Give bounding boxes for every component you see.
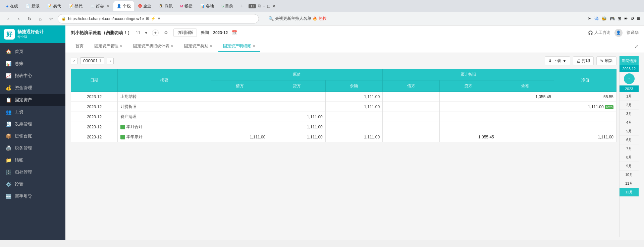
help-button[interactable]: 🎧 人工咨询 bbox=[588, 30, 610, 36]
tab-depreciation-stat-close[interactable]: ✕ bbox=[171, 44, 173, 48]
prev-record-button[interactable]: ‹ bbox=[71, 58, 77, 64]
browser-tab-yidai1[interactable]: 📝 易代 bbox=[44, 1, 64, 11]
sidebar-item-fixed-assets[interactable]: 📋 固定资产 bbox=[0, 94, 65, 106]
sidebar-item-tax[interactable]: 🖨️ 税务管理 bbox=[0, 142, 65, 154]
dropdown-icon[interactable]: ▼ bbox=[144, 31, 148, 35]
browser-tab-haohui[interactable]: ☁️ 好会 ✕ bbox=[87, 1, 113, 11]
brightness-icon[interactable]: ☀ bbox=[624, 16, 628, 21]
guide-icon: 🆕 bbox=[5, 193, 11, 199]
sidebar-item-reports[interactable]: 📈 报表中心 bbox=[0, 70, 65, 82]
back-button[interactable]: ‹ bbox=[4, 15, 12, 23]
browser-tab-haohui-close[interactable]: ✕ bbox=[107, 4, 109, 8]
minimize-icon[interactable]: − bbox=[263, 4, 266, 9]
browser-tab-changjie[interactable]: M 畅捷 bbox=[177, 1, 196, 11]
browser-tab-muqian[interactable]: S 目前 bbox=[218, 1, 236, 11]
maximize-panel-icon[interactable]: ⤢ bbox=[635, 44, 639, 49]
url-input[interactable]: 🔒 https://cloud.chanjet.com/accounting/u… bbox=[58, 14, 259, 23]
tab-asset-detail-ledger[interactable]: 固定资产明细账 ✕ bbox=[218, 41, 260, 52]
close-window-icon[interactable]: ✕ bbox=[272, 4, 276, 9]
row2-net-value: 1,111.00 2023 bbox=[554, 102, 616, 112]
scroll-up-button[interactable]: ↑ bbox=[624, 73, 635, 84]
reports-icon: 📈 bbox=[5, 73, 11, 79]
download-dropdown-icon[interactable]: ▼ bbox=[562, 59, 567, 63]
new-tab-button[interactable]: + bbox=[237, 1, 247, 11]
settings-gear-button[interactable]: ⚙ bbox=[163, 29, 169, 36]
add-account-button[interactable]: + bbox=[152, 29, 159, 36]
tab-asset-category[interactable]: 固定资产类别 ✕ bbox=[179, 41, 217, 52]
sidebar-item-archive-label: 归档管理 bbox=[15, 169, 32, 175]
tab-home-label: 首页 bbox=[75, 43, 84, 49]
browser-tab-getax[interactable]: 👤 个税 bbox=[113, 1, 134, 11]
funds-icon: 💰 bbox=[5, 85, 11, 91]
sidebar-item-funds[interactable]: 💰 资金管理 bbox=[0, 82, 65, 94]
row4-summary: + 本月合计 bbox=[118, 122, 211, 132]
sidebar-item-settings-label: 设置 bbox=[15, 181, 23, 187]
tab-home[interactable]: 首页 bbox=[71, 41, 88, 52]
tab-fixed-assets-mgmt-close[interactable]: ✕ bbox=[120, 44, 122, 48]
menu-icon[interactable]: ≡ bbox=[637, 16, 640, 22]
extension1-icon[interactable]: 🐝 bbox=[601, 16, 607, 21]
period-month-7[interactable]: 7月 bbox=[620, 144, 639, 153]
sidebar-item-invoice-label: 发票管理 bbox=[15, 121, 32, 127]
home-button[interactable]: ⌂ bbox=[36, 15, 44, 23]
company-name: 刘小艳演示账套（勿删勿动！） bbox=[71, 30, 132, 36]
sidebar-item-payroll[interactable]: 👥 工资 bbox=[0, 106, 65, 118]
translate-icon[interactable]: 译 bbox=[594, 16, 599, 22]
sidebar-item-inventory[interactable]: 📦 进销台账 bbox=[0, 130, 65, 142]
tab-depreciation-stat[interactable]: 固定资产折旧统计表 ✕ bbox=[128, 41, 178, 52]
url-dropdown-icon[interactable]: ∨ bbox=[158, 16, 160, 21]
tab-asset-category-close[interactable]: ✕ bbox=[210, 44, 212, 48]
browser-tab-online[interactable]: ● 在线 bbox=[3, 1, 21, 11]
user-avatar[interactable]: 👤 bbox=[614, 29, 623, 37]
period-month-9[interactable]: 9月 bbox=[620, 162, 639, 171]
print-icon: 🖨 bbox=[577, 59, 581, 63]
grid-icon[interactable]: ⊞ bbox=[618, 16, 621, 21]
tab-asset-detail-ledger-close[interactable]: ✕ bbox=[253, 44, 255, 48]
browser-tab-yidai2[interactable]: 📝 易代 bbox=[65, 1, 86, 11]
next-record-button[interactable]: › bbox=[107, 58, 114, 64]
refresh-icon: ↻ bbox=[600, 59, 603, 63]
sidebar-item-settings[interactable]: ⚙️ 设置 bbox=[0, 178, 65, 190]
period-month-3[interactable]: 3月 bbox=[620, 110, 639, 118]
sidebar-item-archive[interactable]: 🗄️ 归档管理 bbox=[0, 166, 65, 178]
period-month-2[interactable]: 2月 bbox=[620, 101, 639, 110]
sidebar-item-guide[interactable]: 🆕 新手引导 bbox=[0, 190, 65, 202]
record-number: 000001 1 bbox=[80, 57, 104, 64]
lightning-icon[interactable]: ⚡ bbox=[151, 16, 156, 21]
reload-button[interactable]: ↻ bbox=[25, 15, 34, 23]
sidebar-item-home[interactable]: 🏠 首页 bbox=[0, 46, 65, 58]
sidebar-item-invoice[interactable]: 🧾 发票管理 bbox=[0, 118, 65, 130]
minimize-panel-icon[interactable]: — bbox=[627, 44, 632, 49]
period-month-8[interactable]: 8月 bbox=[620, 153, 639, 162]
period-month-11[interactable]: 11月 bbox=[620, 179, 639, 188]
cut-icon[interactable]: ✂ bbox=[588, 16, 592, 21]
gaming-icon[interactable]: 🎮 bbox=[609, 16, 615, 21]
site-info-icon[interactable]: ⊞ bbox=[146, 16, 149, 21]
maximize-icon[interactable]: □ bbox=[267, 4, 270, 9]
sidebar-item-closing[interactable]: 📁 结账 bbox=[0, 154, 65, 166]
switch-version-button[interactable]: 切到旧版 bbox=[173, 28, 197, 37]
bookmark-button[interactable]: ☆ bbox=[47, 15, 55, 23]
refresh-button[interactable]: ↻ 刷新 bbox=[596, 56, 616, 65]
sidebar-item-ledger[interactable]: 📊 总账 bbox=[0, 58, 65, 70]
browser-tab-gedi[interactable]: 📊 各地 bbox=[197, 1, 217, 11]
calendar-icon[interactable]: 📅 bbox=[232, 30, 237, 35]
browser-tab-qiye[interactable]: 🅒 企业 bbox=[135, 1, 155, 11]
print-button[interactable]: 🖨 打印 bbox=[573, 56, 594, 65]
period-month-5[interactable]: 5月 bbox=[620, 127, 639, 136]
period-month-6[interactable]: 6月 bbox=[620, 136, 639, 144]
period-month-4[interactable]: 4月 bbox=[620, 118, 639, 127]
download-button[interactable]: ⬇ 下载 ▼ bbox=[545, 56, 570, 65]
th-original-value: 原值 bbox=[211, 69, 383, 80]
browser-tab-tencent[interactable]: 🐧 腾讯 bbox=[155, 1, 176, 11]
history-back-icon[interactable]: ↺ bbox=[631, 16, 634, 21]
period-month-12[interactable]: 12月 bbox=[620, 188, 639, 197]
download-label: 下载 bbox=[553, 58, 561, 64]
forward-button[interactable]: › bbox=[15, 15, 23, 23]
restore-window-icon[interactable]: ⧉ bbox=[258, 3, 261, 9]
browser-tab-new[interactable]: 📄 新版 bbox=[22, 1, 43, 11]
sidebar: 好 畅捷通好会计 专业版 🏠 首页 📊 总账 📈 报表中心 bbox=[0, 25, 65, 240]
period-month-10[interactable]: 10月 bbox=[620, 171, 639, 179]
period-month-1[interactable]: 1月 bbox=[620, 92, 639, 101]
tab-fixed-assets-mgmt[interactable]: 固定资产管理 ✕ bbox=[90, 41, 127, 52]
